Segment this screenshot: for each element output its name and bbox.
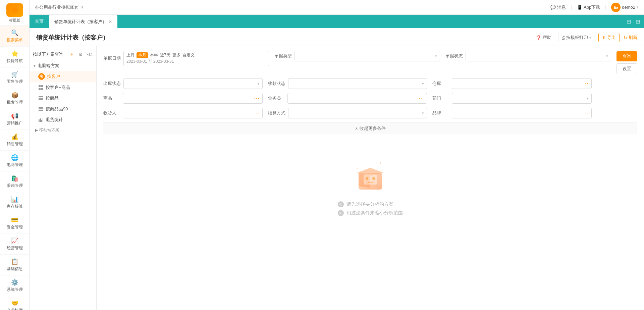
scheme-group-mobile: ▶ 移动端方案 (30, 125, 96, 135)
shipment-label: 出库状态 (103, 81, 121, 87)
settings-button[interactable]: 设置 (616, 63, 637, 74)
scheme-panel-title: 按以下方案查询 (33, 51, 63, 57)
app-download-button[interactable]: 📱 App下载 (577, 4, 600, 10)
scheme-add-button[interactable]: ＋ (68, 51, 75, 58)
sidebar-item-label: 批发管理 (7, 100, 23, 105)
sidebar-item-enterprise[interactable]: 🤝 企业协同 (0, 296, 29, 310)
ecommerce-icon: 🌐 (11, 154, 18, 161)
sidebar-item-marketing[interactable]: 📢 营销推广 (0, 109, 29, 130)
collapse-filters-button[interactable]: ∧ 收起更多条件 (103, 122, 637, 134)
sidebar-item-basic-info[interactable]: 📋 基础信息 (0, 255, 29, 275)
sidebar-item-quick-nav[interactable]: ⭐ 快捷导航 (0, 47, 29, 67)
product-select[interactable]: ··· (123, 93, 263, 104)
sidebar-item-sales[interactable]: 💰 销售管理 (0, 130, 29, 151)
warehouse-label: 仓库 (432, 81, 449, 87)
help-button[interactable]: ❓ 帮助 (533, 33, 554, 42)
salesperson-select[interactable]: ··· (287, 93, 427, 104)
sidebar-item-wholesale[interactable]: 📦 批发管理 (0, 88, 29, 109)
brand-label: 品牌 (432, 110, 449, 116)
filter-panel: 单据日期 上月 本月 本年 近7天 更多 自定义 20 (97, 46, 644, 310)
brand-dots-icon: ··· (583, 110, 589, 116)
scheme-settings-button[interactable]: ⚙ (77, 51, 84, 58)
scheme-item-return-stats[interactable]: 退货统计 (30, 114, 96, 125)
main-area: 办公用品行业模拟账套 ▾ 💬 消息 📱 App下载 Ea demo2 ▾ (30, 0, 644, 310)
tip-num-2: ② (338, 210, 344, 216)
message-button[interactable]: 💬 消息 (550, 4, 566, 10)
scheme-collapse-button[interactable]: ≪ (86, 51, 93, 58)
empty-illustration: ✦ ✦ ✦ (350, 154, 390, 195)
sidebar-item-finance[interactable]: 💳 资金管理 (0, 213, 29, 234)
scheme-item-label: 按商品品99 (46, 106, 68, 112)
empty-tip-2: ② 用过滤条件来缩小分析范围 (338, 210, 403, 216)
sidebar-item-operations[interactable]: 📈 经营管理 (0, 234, 29, 255)
svg-text:✦: ✦ (381, 169, 383, 171)
payment-select[interactable]: ▾ (288, 78, 427, 89)
user-name: demo2 (622, 5, 635, 10)
template-print-button[interactable]: 🖨 按模板打印 ▾ (558, 33, 594, 42)
empty-tips: ① 请先选择要分析的方案 ② 用过滤条件来缩小分析范围 (338, 201, 403, 216)
tab-close-icon[interactable]: ✕ (109, 19, 112, 24)
warehouse-select[interactable]: ··· (452, 78, 592, 89)
empty-tip-1: ① 请先选择要分析的方案 (338, 201, 403, 207)
sidebar-item-purchase[interactable]: 🛍️ 采购管理 (0, 171, 29, 192)
scheme-group-desktop-header[interactable]: ▼ 电脑端方案 (30, 61, 96, 71)
logo-icon: 畅 (6, 3, 23, 17)
date-preset-this-month[interactable]: 本月 (137, 52, 148, 58)
chart-icon (38, 117, 44, 122)
date-preset-this-year[interactable]: 本年 (150, 52, 158, 58)
scheme-header-actions: ＋ ⚙ ≪ (68, 51, 93, 58)
shipment-select[interactable]: ▾ (123, 78, 263, 89)
settlement-chevron-icon: ▾ (422, 111, 424, 115)
page-content: 销货单统计计表（按客户） ❓ 帮助 🖨 按模板打印 ▾ ⬆ 导出 (30, 28, 644, 310)
sidebar-item-system[interactable]: ⚙️ 系统管理 (0, 275, 29, 296)
scheme-item-by-product[interactable]: 按商品 (30, 93, 96, 104)
chevron-up-icon: ∧ (355, 126, 358, 131)
avatar: Ea (611, 3, 621, 12)
department-select[interactable]: ▾ (452, 93, 592, 104)
retail-icon: 🛒 (11, 71, 18, 78)
svg-rect-5 (41, 88, 43, 90)
tab-home[interactable]: 首页 (30, 15, 49, 28)
divider-2 (605, 5, 606, 10)
sidebar-item-label: 企业协同 (7, 308, 23, 310)
sidebar-item-label: 经营管理 (7, 245, 23, 251)
wholesale-icon: 📦 (11, 92, 18, 99)
empty-tip-1-text: 请先选择要分析的方案 (346, 201, 393, 207)
date-preset-prev-month[interactable]: 上月 (126, 52, 135, 58)
sidebar-item-retail[interactable]: 🛒 零售管理 (0, 67, 29, 88)
salesperson-dots-icon: ··· (419, 95, 424, 101)
search-menu-icon: 🔍 (11, 29, 18, 37)
settlement-select[interactable]: ▾ (288, 108, 427, 118)
brand-select[interactable]: ··· (452, 108, 592, 118)
minimize-icon[interactable]: ⊟ (627, 18, 631, 25)
svg-rect-6 (39, 96, 43, 97)
sidebar-item-label: 电商管理 (7, 162, 23, 168)
export-button[interactable]: ⬆ 导出 (598, 33, 620, 42)
scheme-item-by-customer-product[interactable]: 按客户+商品 (30, 82, 96, 93)
user-profile[interactable]: Ea demo2 ▾ (611, 3, 639, 12)
sidebar-item-inventory[interactable]: 📊 库存核算 (0, 192, 29, 213)
refresh-button[interactable]: ↻ 刷新 (624, 35, 637, 41)
salesperson-label: 业务员 (268, 95, 285, 101)
scheme-group-mobile-header[interactable]: ▶ 移动端方案 (30, 125, 96, 135)
scheme-group-desktop: ▼ 电脑端方案 客 按客户 按客户+商 (30, 61, 96, 125)
search-button[interactable]: 查询 (616, 51, 637, 61)
scheme-group-mobile-label: 移动端方案 (39, 127, 59, 133)
date-preset-custom[interactable]: 自定义 (182, 52, 195, 58)
date-preset-more[interactable]: 更多 (172, 52, 180, 58)
order-type-select[interactable]: ▾ (294, 51, 440, 61)
tab-sales-stats[interactable]: 销货单统计计表（按客户） ✕ (49, 15, 117, 29)
scheme-group-desktop-label: 电脑端方案 (38, 63, 59, 69)
help-label: 帮助 (543, 35, 551, 41)
order-status-select[interactable]: ▾ (466, 51, 611, 61)
maximize-icon[interactable]: ⊞ (636, 18, 640, 25)
sidebar-item-ecommerce[interactable]: 🌐 电商管理 (0, 151, 29, 171)
sidebar-item-label: 零售管理 (7, 79, 23, 85)
collapse-icon: ≪ (87, 52, 92, 57)
scheme-panel-header: 按以下方案查询 ＋ ⚙ ≪ (30, 49, 96, 61)
sidebar-item-search-menu[interactable]: 🔍 搜索菜单 (0, 26, 29, 47)
scheme-item-by-product-99[interactable]: 按商品品99 (30, 104, 96, 114)
recipient-select[interactable]: ··· (123, 108, 263, 118)
date-preset-7days[interactable]: 近7天 (160, 52, 170, 58)
scheme-item-by-customer[interactable]: 客 按客户 (30, 71, 96, 82)
